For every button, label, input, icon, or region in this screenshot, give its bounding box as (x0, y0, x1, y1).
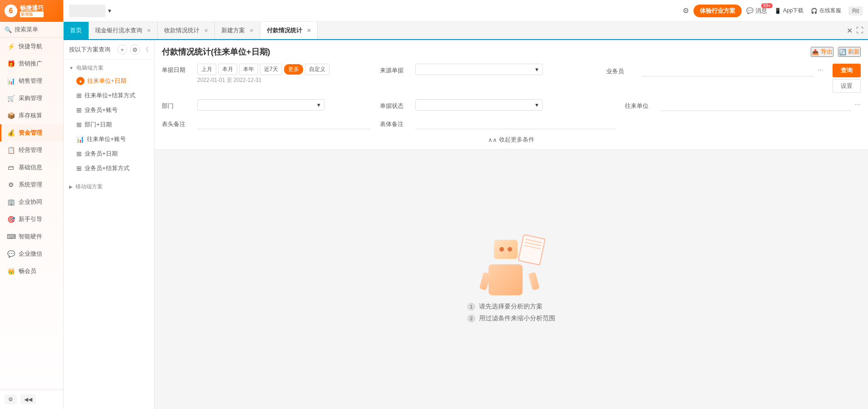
hint-item-1: 1 请先选择要分析的方案 (467, 303, 555, 311)
plan-item-staff-payment[interactable]: ⊞业务员+结算方式 (64, 161, 154, 176)
plan-group-mobile: ▶移动端方案 (64, 178, 154, 195)
nav-label-marketing: 营销推广 (19, 60, 42, 68)
plan-group-header-mobile[interactable]: ▶移动端方案 (64, 181, 154, 192)
plan-item-staff-date[interactable]: ⊞业务员+日期 (64, 146, 154, 161)
plan-item-partner-payment[interactable]: ⊞往来单位+结算方式 (64, 88, 154, 103)
staff-more-icon[interactable]: ··· (818, 66, 823, 74)
custom-date-btn[interactable]: 自定义 (305, 64, 329, 75)
sidebar-item-system[interactable]: ⚙系统管理 (0, 176, 63, 193)
sidebar-item-quick-nav[interactable]: ⚡快捷导航 (0, 38, 63, 55)
dept-select[interactable]: ▾ (197, 99, 324, 111)
headset-icon: 🎧 (811, 8, 818, 14)
sidebar-item-member[interactable]: 👑畅会员 (0, 263, 63, 280)
expand-tab-icon[interactable]: ⛶ (856, 26, 863, 35)
status-select[interactable]: ▾ (415, 99, 543, 111)
tab-receipt[interactable]: 收款情况统计✕ (158, 22, 215, 39)
hint-text-1: 请先选择要分析的方案 (479, 303, 543, 311)
plan-item-table-icon: ⊞ (76, 150, 82, 157)
last-month-btn[interactable]: 上月 (197, 64, 216, 75)
sidebar-item-wechat[interactable]: 💬企业微信 (0, 245, 63, 263)
sidebar-item-finance[interactable]: 💰资金管理 (0, 124, 63, 141)
empty-hint: 1 请先选择要分析的方案 2 用过滤条件来缩小分析范围 (467, 303, 555, 323)
hint-num-2: 2 (467, 314, 475, 323)
date-buttons-group: 上月 本月 本年 近7天 更多 自定义 (197, 64, 371, 75)
collapse-row: ∧∧ 收起更多条件 (162, 133, 861, 145)
app-download-button[interactable]: 📱 App下载 (774, 7, 803, 15)
plan-group-header-desktop[interactable]: ▼电脑端方案 (64, 62, 154, 74)
sidebar-item-guide[interactable]: 🎯新手引导 (0, 211, 63, 228)
sidebar-item-operation[interactable]: 📋经营管理 (0, 141, 63, 159)
collapse-chevron-icon: ∧∧ (488, 136, 497, 143)
topbar-settings-icon[interactable]: ⚙ (683, 6, 689, 15)
add-plan-button[interactable]: + (117, 45, 127, 55)
more-dates-btn[interactable]: 更多 (284, 64, 303, 75)
topbar-right: 💬 消息 99+ 📱 App下载 🎧 在线客服 Rit (746, 6, 863, 15)
body-note-label: 表体备注 (380, 118, 412, 128)
last-7-days-btn[interactable]: 近7天 (260, 64, 282, 75)
filter-settings-button[interactable]: 设置 (833, 79, 861, 93)
nav-icon-enterprise: 🏢 (7, 198, 15, 206)
refresh-icon: 🔄 (839, 49, 846, 56)
dept-filter-label: 部门 (162, 100, 194, 110)
nav-icon-hardware: ⌨ (7, 233, 15, 240)
source-select[interactable]: ▾ (415, 64, 543, 75)
tab-close-receipt[interactable]: ✕ (204, 28, 208, 34)
messages-badge: 99+ (761, 3, 773, 8)
plan-item-dept-date[interactable]: ⊞部门+日期 (64, 117, 154, 132)
sidebar-item-hardware[interactable]: ⌨智能硬件 (0, 228, 63, 245)
online-service-button[interactable]: 🎧 在线客服 (811, 7, 841, 15)
logo-icon: 6 (5, 5, 17, 17)
sidebar-item-basic[interactable]: 🗃基础信息 (0, 159, 63, 176)
tab-close-payment[interactable]: ✕ (307, 28, 311, 34)
sidebar-item-marketing[interactable]: 🎁营销推广 (0, 55, 63, 72)
sidebar-item-enterprise[interactable]: 🏢企业协同 (0, 193, 63, 211)
sidebar-item-purchase[interactable]: 🛒采购管理 (0, 90, 63, 107)
tab-label-new-plan: 新建方案 (221, 26, 245, 35)
page-title: 付款情况统计(往来单位+日期) (162, 46, 270, 57)
close-tab-icon[interactable]: ✕ (847, 26, 853, 35)
plan-settings-button[interactable]: ⚙ (130, 45, 140, 55)
refresh-button[interactable]: 🔄 刷新 (838, 47, 861, 57)
plan-item-table-icon: ⊞ (76, 92, 82, 99)
plan-item-label-dept-date: 部门+日期 (85, 121, 112, 129)
partner-more-icon[interactable]: ··· (855, 101, 861, 109)
tabs-bar: 首页现金银行流水查询✕收款情况统计✕新建方案✕付款情况统计✕✕⛶ (64, 22, 868, 40)
collapse-conditions-button[interactable]: ∧∧ 收起更多条件 (488, 136, 534, 144)
tabs-actions: ✕⛶ (842, 22, 868, 39)
sidebar-search-label: 搜索菜单 (15, 25, 38, 34)
tab-home[interactable]: 首页 (64, 22, 89, 39)
group-label-desktop: 电脑端方案 (76, 64, 104, 72)
tab-bank[interactable]: 现金银行流水查询✕ (89, 22, 158, 39)
sidebar-item-sales[interactable]: 📊销售管理 (0, 72, 63, 90)
this-month-btn[interactable]: 本月 (218, 64, 237, 75)
export-button[interactable]: 📤 导出 (811, 47, 833, 57)
plan-item-staff-account[interactable]: ⊞业务员+账号 (64, 103, 154, 117)
trial-plan-button[interactable]: 体验行业方案 (693, 5, 742, 17)
panel-header: 按以下方案查询 + ⚙ 《 (64, 40, 154, 60)
nav-icon-operation: 📋 (7, 146, 15, 154)
plan-item-partner-date[interactable]: ●往来单位+日期 (64, 74, 154, 88)
plan-item-label-partner-date: 往来单位+日期 (87, 77, 126, 85)
nav-label-guide: 新手引导 (19, 215, 42, 223)
panel-collapse-button[interactable]: 《 (143, 45, 149, 54)
plan-item-partner-account[interactable]: 📊往来单位+账号 (64, 132, 154, 146)
sidebar-item-inventory[interactable]: 📦库存核算 (0, 107, 63, 124)
logo-text: 畅捷通巧 (20, 5, 44, 12)
nav-label-member: 畅会员 (19, 267, 36, 275)
messages-button[interactable]: 💬 消息 99+ (746, 7, 767, 15)
user-menu[interactable]: Rit (848, 6, 863, 15)
dept-dropdown-icon: ▾ (317, 101, 320, 108)
tab-close-new-plan[interactable]: ✕ (249, 28, 254, 34)
sidebar-search-item[interactable]: 🔍 搜索菜单 (0, 22, 63, 38)
tab-close-bank[interactable]: ✕ (147, 28, 151, 34)
plan-group-desktop: ▼电脑端方案●往来单位+日期⊞往来单位+结算方式⊞业务员+账号⊞部门+日期📊往来… (64, 60, 154, 178)
this-year-btn[interactable]: 本年 (239, 64, 258, 75)
query-button[interactable]: 查询 (833, 64, 861, 77)
tab-label-payment: 付款情况统计 (267, 26, 302, 35)
group-label-mobile: 移动端方案 (75, 183, 103, 191)
sidebar-collapse-button[interactable]: ◀◀ (20, 394, 36, 404)
tab-new-plan[interactable]: 新建方案✕ (215, 22, 260, 39)
sidebar-settings-button[interactable]: ⚙ (5, 394, 17, 404)
tab-payment[interactable]: 付款情况统计✕ (260, 22, 318, 40)
tab-label-home: 首页 (70, 26, 82, 35)
